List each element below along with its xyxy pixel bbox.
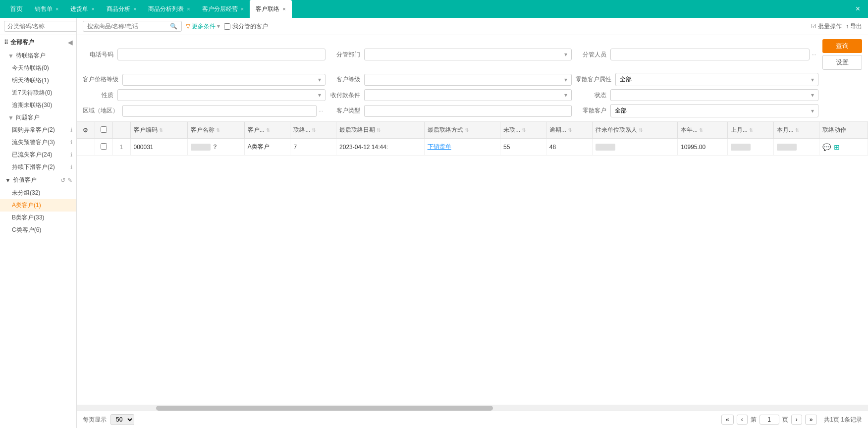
row-action-icons: 💬 ⊞	[822, 143, 865, 151]
nature-label: 性质	[83, 91, 117, 100]
edit-icon[interactable]: ✎	[67, 177, 72, 184]
last-contact-method-link[interactable]: 下销货单	[428, 143, 451, 150]
sort-last-method-icon[interactable]: ⇅	[465, 127, 469, 133]
filter-my-customers[interactable]: 我分管的客户	[224, 22, 268, 31]
sort-overdue-icon[interactable]: ⇅	[568, 127, 572, 133]
declining-label: 持续下滑客户(2)	[12, 163, 55, 171]
settings-button[interactable]: 设置	[822, 55, 862, 70]
page-number-input[interactable]	[760, 415, 779, 425]
sort-name-icon[interactable]: ⇅	[216, 127, 220, 133]
col-settings[interactable]: ⚙	[77, 122, 95, 139]
sort-last-month-icon[interactable]: ⇅	[749, 127, 753, 133]
export-label: 导出	[850, 22, 862, 31]
sort-contact-count-icon[interactable]: ⇅	[312, 127, 316, 133]
first-page-button[interactable]: «	[721, 415, 734, 425]
filter-icon: ▽	[186, 23, 190, 30]
customers-table: ⚙ 客户编码 ⇅ 客户名称	[77, 122, 868, 156]
sidebar-item-class-a[interactable]: A类客户(1)	[0, 199, 76, 212]
filter-search-input[interactable]	[87, 23, 170, 30]
nav-tab-analysis-close[interactable]: ×	[133, 6, 136, 12]
nav-tab-sales-close[interactable]: ×	[55, 6, 58, 12]
zero-retail-attr-select[interactable]: 全部 ▾	[615, 73, 818, 86]
payment-select[interactable]: ▾	[364, 89, 572, 101]
nav-tab-purchase-close[interactable]: ×	[91, 6, 94, 12]
sidebar-item-today[interactable]: 今天待联络(0)	[0, 62, 76, 74]
qr-icon[interactable]: ⊞	[834, 143, 840, 151]
sidebar-search-container: 🔍	[0, 18, 76, 35]
sidebar-pending-contact-group[interactable]: ▼ 待联络客户	[0, 50, 76, 62]
nav-tab-purchase[interactable]: 进货单 ×	[64, 0, 100, 18]
nav-tab-customer-mgmt[interactable]: 客户分层经营 ×	[196, 0, 250, 18]
last-page-button[interactable]: »	[805, 415, 817, 425]
sidebar-item-churn-warning[interactable]: 流失预警客户(3) ℹ	[0, 136, 76, 149]
batch-label: 批量操作	[818, 22, 842, 31]
prev-page-button[interactable]: ‹	[737, 415, 748, 425]
sort-this-month-icon[interactable]: ⇅	[795, 127, 799, 133]
next-page-button[interactable]: ›	[791, 415, 802, 425]
dept-select[interactable]: ▾	[364, 49, 572, 60]
nav-tab-analysis-list-close[interactable]: ×	[187, 6, 190, 12]
batch-operation-button[interactable]: ☑ 批量操作	[811, 22, 842, 31]
row-checkbox[interactable]	[101, 143, 107, 150]
region-input[interactable]	[122, 105, 317, 117]
sidebar-all-customers[interactable]: ⠿ 全部客户 ◀	[0, 35, 76, 50]
table-container: ⚙ 客户编码 ⇅ 客户名称	[77, 122, 868, 405]
sidebar-item-class-c[interactable]: C类客户(6)	[0, 224, 76, 236]
person-ellipsis[interactable]: ···	[810, 51, 818, 58]
collapse-icon[interactable]: ◀	[68, 39, 72, 46]
nature-select[interactable]: ▾	[117, 89, 326, 101]
scrollbar-thumb[interactable]	[156, 406, 493, 411]
sort-last-date-icon[interactable]: ⇅	[377, 127, 380, 133]
filter-search-icon[interactable]: 🔍	[170, 23, 177, 30]
nav-tab-analysis[interactable]: 商品分析 ×	[101, 0, 142, 18]
sidebar-item-7days[interactable]: 近7天待联络(0)	[0, 87, 76, 99]
query-button[interactable]: 查询	[822, 39, 862, 53]
nav-tab-analysis-list[interactable]: 商品分析列表 ×	[142, 0, 196, 18]
chat-icon[interactable]: 💬	[822, 143, 831, 151]
region-ellipsis[interactable]: ···	[317, 107, 326, 114]
nav-tab-sales[interactable]: 销售单 ×	[29, 0, 64, 18]
sort-category-icon[interactable]: ⇅	[266, 127, 270, 133]
customer-type-input[interactable]	[364, 105, 572, 117]
page-size-label: 每页显示	[83, 416, 107, 424]
sidebar-item-churned[interactable]: 已流失客户(24) ℹ	[0, 149, 76, 161]
select-all-checkbox[interactable]	[101, 126, 107, 133]
sidebar-search-input[interactable]	[4, 21, 77, 32]
price-level-select[interactable]: ▾	[122, 74, 326, 86]
close-all-button[interactable]: ×	[852, 4, 864, 13]
person-input[interactable]	[610, 49, 810, 60]
this-month-masked	[777, 144, 797, 151]
value-arrow-icon: ▼	[5, 177, 11, 184]
page-size-select[interactable]: 50	[110, 414, 134, 425]
filter-more-conditions[interactable]: ▽ 更多条件 ▾	[186, 22, 220, 31]
refresh-icon[interactable]: ↺	[60, 177, 65, 184]
export-button[interactable]: ↑ 导出	[846, 22, 862, 31]
my-customers-checkbox[interactable]	[224, 23, 230, 30]
col-no-contact: 未联... ⇅	[500, 122, 546, 139]
nav-tab-home[interactable]: 首页	[4, 4, 29, 13]
sort-contact-person-icon[interactable]: ⇅	[639, 127, 643, 133]
sort-no-contact-icon[interactable]: ⇅	[522, 127, 526, 133]
phone-label: 电话号码	[83, 51, 117, 59]
nav-tab-customer-mgmt-close[interactable]: ×	[241, 6, 244, 12]
table-row: 1 000031 ？ A类客户 7 2023-04-12 14:44: 下销货单…	[77, 139, 868, 156]
sidebar-item-ungrouped[interactable]: 未分组(32)	[0, 187, 76, 199]
customer-level-select[interactable]: ▾	[364, 74, 572, 86]
sidebar-item-repurchase-abnormal[interactable]: 回购异常客户(2) ℹ	[0, 124, 76, 136]
filter-action-buttons: 查询 设置	[822, 39, 862, 70]
status-select[interactable]: ▾	[610, 89, 818, 101]
sort-code-icon[interactable]: ⇅	[159, 127, 163, 133]
sidebar-item-tomorrow[interactable]: 明天待联络(1)	[0, 74, 76, 87]
sidebar-item-class-b[interactable]: B类客户(33)	[0, 212, 76, 224]
sidebar-value-customers-group[interactable]: ▼ 价值客户 ↺ ✎	[0, 173, 76, 187]
zero-retail-select[interactable]: 全部 ▾	[610, 104, 818, 117]
nav-tab-customer-contact[interactable]: 客户联络 ×	[250, 0, 291, 18]
sidebar-item-declining[interactable]: 持续下滑客户(2) ℹ	[0, 161, 76, 173]
row-last-month-cell	[727, 139, 773, 156]
phone-input[interactable]	[117, 49, 326, 60]
nav-tab-customer-contact-close[interactable]: ×	[282, 6, 285, 12]
sidebar-item-overdue[interactable]: 逾期未联络(30)	[0, 99, 76, 111]
sidebar-problem-customers-group[interactable]: ▼ 问题客户	[0, 111, 76, 124]
sort-this-year-icon[interactable]: ⇅	[699, 127, 703, 133]
horizontal-scrollbar[interactable]	[77, 405, 868, 411]
